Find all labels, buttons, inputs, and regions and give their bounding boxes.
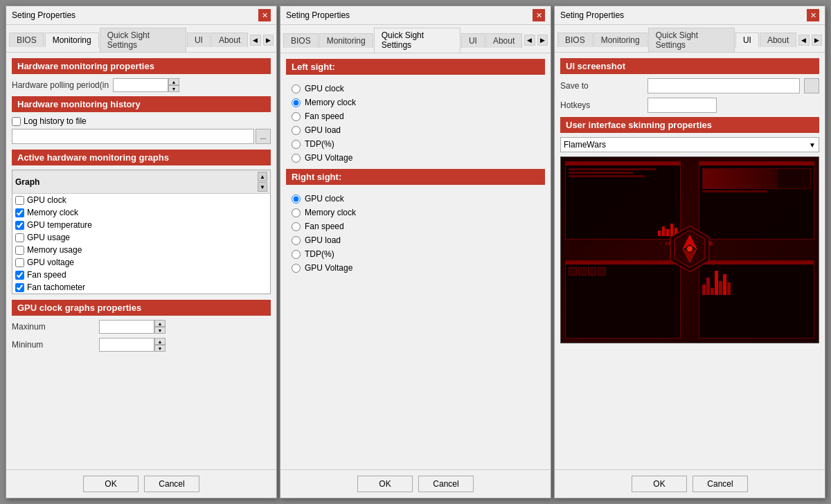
title-bar-1: Seting Properties ✕ <box>6 6 276 25</box>
left-radio-input-1[interactable] <box>292 98 301 107</box>
graph-checkbox-2[interactable] <box>15 221 24 230</box>
tab-monitoring-2[interactable]: Monitoring <box>319 33 373 48</box>
graph-list-header: Graph ▲ ▼ <box>12 170 270 194</box>
log-history-row: Log history to file <box>12 116 271 126</box>
minimum-up[interactable]: ▲ <box>154 338 166 345</box>
cancel-button-3[interactable]: Cancel <box>692 476 748 492</box>
tab-bios-3[interactable]: BIOS <box>557 33 593 47</box>
right-radio-label-3: GPU load <box>305 235 341 245</box>
tab-bios-1[interactable]: BIOS <box>9 33 44 47</box>
tab-ui-3[interactable]: UI <box>735 33 759 48</box>
close-button-2[interactable]: ✕ <box>533 9 545 21</box>
save-to-row: Save to C:\Users\Administrator\Desktop <box>560 78 819 93</box>
cancel-button-1[interactable]: Cancel <box>144 476 199 492</box>
graph-checkbox-0[interactable] <box>15 196 24 205</box>
log-history-checkbox[interactable] <box>12 117 21 126</box>
right-radio-input-3[interactable] <box>292 236 301 245</box>
right-radio-label-1: Memory clock <box>305 208 356 217</box>
left-radio-3: GPU load <box>286 123 545 137</box>
right-radio-input-5[interactable] <box>292 264 301 273</box>
tab-monitoring-3[interactable]: Monitoring <box>593 33 647 47</box>
tab-bios-2[interactable]: BIOS <box>283 33 319 48</box>
ok-button-2[interactable]: OK <box>357 476 413 492</box>
graph-label-0: GPU clock <box>27 195 66 205</box>
close-button-1[interactable]: ✕ <box>258 9 271 21</box>
polling-down[interactable]: ▼ <box>168 85 179 92</box>
graph-checkbox-3[interactable] <box>15 233 24 242</box>
graph-scroll-up[interactable]: ▲ <box>258 172 267 181</box>
skin-panel-br <box>699 260 814 339</box>
tab-ui-1[interactable]: UI <box>187 33 211 47</box>
browse-button[interactable]: ... <box>256 129 271 144</box>
tab-quicksight-3[interactable]: Quick Sight Settings <box>648 28 735 52</box>
title-3: Seting Properties <box>560 10 624 20</box>
maximum-down[interactable]: ▼ <box>154 327 166 334</box>
tab-quicksight-2[interactable]: Quick Sight Settings <box>374 28 461 53</box>
graph-checkbox-6[interactable] <box>15 271 24 280</box>
cancel-button-2[interactable]: Cancel <box>418 476 474 492</box>
graph-label-3: GPU usage <box>27 233 70 242</box>
minimum-input[interactable]: 0 <box>99 338 154 352</box>
graph-item-8: Power Target <box>12 294 270 294</box>
ok-button-1[interactable]: OK <box>83 476 138 492</box>
tab-nav-left-1[interactable]: ◀ <box>250 35 260 46</box>
save-to-browse[interactable] <box>804 78 819 93</box>
left-radio-input-0[interactable] <box>292 84 301 93</box>
polling-row: Hardware polling period(in 1000 ▲ ▼ <box>12 78 271 92</box>
dialog-ui: Seting Properties ✕ BIOS Monitoring Quic… <box>554 6 825 498</box>
left-radio-input-4[interactable] <box>292 140 301 149</box>
graph-label-4: Memory usage <box>27 245 82 255</box>
graph-list-container: Graph ▲ ▼ GPU clock Memory clock GPU tem… <box>12 170 271 294</box>
section-hardware-props: Hardware monitoring properties <box>12 58 271 74</box>
tab-nav-right-2[interactable]: ▶ <box>537 35 548 46</box>
graph-scroll-down[interactable]: ▼ <box>258 182 267 192</box>
right-radio-input-4[interactable] <box>292 250 301 259</box>
tab-monitoring-1[interactable]: Monitoring <box>45 33 99 48</box>
right-radio-4: TDP(%) <box>286 247 545 261</box>
maximum-up[interactable]: ▲ <box>154 320 166 327</box>
close-button-3[interactable]: ✕ <box>807 9 819 21</box>
tab-about-1[interactable]: About <box>211 33 248 47</box>
file-path-input[interactable]: E:\GameZone.txt <box>12 129 254 144</box>
graph-label: Graph <box>15 177 39 187</box>
tab-nav-right-1[interactable]: ▶ <box>263 35 274 46</box>
left-radio-label-2: Fan speed <box>305 111 344 121</box>
maximum-input[interactable]: 4000 <box>99 320 154 334</box>
right-radio-input-2[interactable] <box>292 222 301 231</box>
left-radio-input-2[interactable] <box>292 112 301 121</box>
graph-checkbox-5[interactable] <box>15 258 24 267</box>
minimum-label: Mininum <box>12 340 95 350</box>
tab-about-2[interactable]: About <box>485 33 522 48</box>
ok-button-3[interactable]: OK <box>632 476 687 492</box>
polling-up[interactable]: ▲ <box>168 78 179 85</box>
graph-label-2: GPU temperature <box>27 220 92 230</box>
tab-about-3[interactable]: About <box>760 33 796 47</box>
right-radio-input-1[interactable] <box>292 208 301 217</box>
left-radio-label-0: GPU clock <box>305 84 344 93</box>
tabs-2: BIOS Monitoring Quick Sight Settings UI … <box>280 25 551 53</box>
graph-checkbox-4[interactable] <box>15 246 24 255</box>
save-to-input[interactable]: C:\Users\Administrator\Desktop <box>647 78 800 93</box>
minimum-spinner-btns: ▲ ▼ <box>154 338 166 352</box>
polling-input[interactable]: 1000 <box>113 78 168 92</box>
minimum-down[interactable]: ▼ <box>154 345 166 352</box>
skin-dropdown[interactable]: FlameWars ▼ <box>560 137 819 152</box>
left-radio-input-3[interactable] <box>292 126 301 135</box>
tab-ui-2[interactable]: UI <box>461 33 485 48</box>
hotkeys-input[interactable]: Ctrl + Q <box>647 98 717 113</box>
right-sight-group: GPU clock Memory clock Fan speed GPU loa… <box>286 188 545 279</box>
section-gpu-clock: GPU clock graphs properties <box>12 300 271 316</box>
graph-checkbox-7[interactable] <box>15 283 24 292</box>
graph-checkbox-1[interactable] <box>15 208 24 217</box>
save-to-label: Save to <box>560 81 643 91</box>
right-radio-input-0[interactable] <box>292 195 301 204</box>
tab-nav-left-3[interactable]: ◀ <box>798 35 809 46</box>
tab-nav-right-3[interactable]: ▶ <box>812 35 822 46</box>
left-radio-label-5: GPU Voltage <box>305 153 352 163</box>
right-radio-1: Memory clock <box>286 206 545 219</box>
graph-label-7: Fan tachometer <box>27 282 85 292</box>
left-radio-input-5[interactable] <box>292 154 301 163</box>
right-radio-label-0: GPU clock <box>305 194 344 204</box>
tab-quicksight-1[interactable]: Quick Sight Settings <box>100 28 186 52</box>
tab-nav-left-2[interactable]: ◀ <box>524 35 535 46</box>
